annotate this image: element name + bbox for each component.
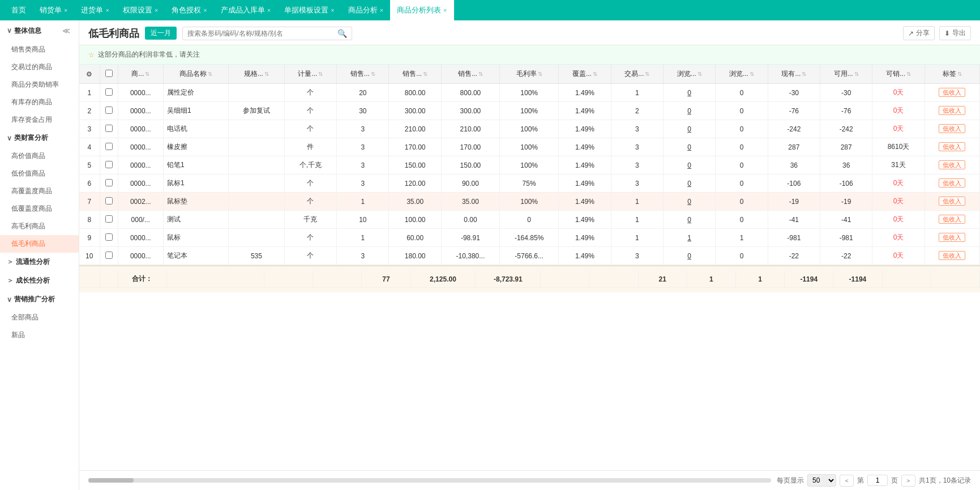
col-spec[interactable]: 规格...⇅ [229, 65, 285, 84]
views1-link[interactable]: 1 [687, 234, 691, 242]
col-name[interactable]: 商品名称⇅ [164, 65, 229, 84]
row-views1[interactable]: 0 [663, 102, 715, 120]
row-select-checkbox[interactable] [105, 125, 113, 132]
row-tag[interactable]: 低收入 [925, 102, 979, 120]
row-checkbox[interactable] [100, 138, 118, 156]
col-settings[interactable]: ⚙ [79, 65, 100, 84]
row-tag[interactable]: 低收入 [925, 174, 979, 193]
row-select-checkbox[interactable] [105, 215, 113, 223]
col-sales-count[interactable]: 销售...⇅ [337, 65, 389, 84]
row-tag[interactable]: 低收入 [925, 247, 979, 265]
nav-close-analysis-list[interactable]: × [443, 7, 447, 14]
sidebar-group-overall-info[interactable]: ∨ 整体信息 ≪ [0, 20, 79, 41]
nav-product-analysis[interactable]: 商品分析 × [341, 0, 390, 20]
nav-close-purchase-order[interactable]: × [105, 7, 109, 14]
tag-badge[interactable]: 低收入 [939, 178, 965, 188]
row-checkbox[interactable] [100, 84, 118, 102]
col-trade[interactable]: 交易...⇅ [611, 65, 663, 84]
row-checkbox[interactable] [100, 247, 118, 265]
tag-badge[interactable]: 低收入 [939, 106, 965, 115]
page-size-select[interactable]: 50 100 200 [807, 474, 836, 487]
row-checkbox[interactable] [100, 120, 118, 138]
share-button[interactable]: ↗ 分享 [903, 26, 935, 40]
nav-template-settings[interactable]: 单据模板设置 × [277, 0, 341, 20]
row-select-checkbox[interactable] [105, 233, 113, 241]
row-select-checkbox[interactable] [105, 179, 113, 186]
nav-close-template[interactable]: × [331, 7, 334, 14]
sidebar-item-low-value[interactable]: 低价值商品 [0, 165, 79, 182]
tag-badge[interactable]: 低收入 [939, 88, 965, 97]
row-checkbox[interactable] [100, 211, 118, 229]
views1-link[interactable]: 0 [687, 198, 691, 206]
sidebar-item-low-coverage[interactable]: 低覆盖度商品 [0, 200, 79, 218]
tag-badge[interactable]: 低收入 [939, 142, 965, 151]
sidebar-item-stock-goods[interactable]: 有库存的商品 [0, 93, 79, 111]
nav-close-role-auth[interactable]: × [203, 7, 207, 14]
sidebar-item-high-gross[interactable]: 高毛利商品 [0, 218, 79, 235]
row-select-checkbox[interactable] [105, 88, 113, 96]
row-tag[interactable]: 低收入 [925, 156, 979, 174]
sidebar-item-stock-capital[interactable]: 库存资金占用 [0, 111, 79, 129]
nav-close-sales-order[interactable]: × [64, 7, 67, 14]
views1-link[interactable]: 0 [687, 89, 691, 97]
sidebar-item-category-assist[interactable]: 商品分类助销率 [0, 76, 79, 93]
filter-recent-month-button[interactable]: 近一月 [145, 27, 177, 40]
row-views1[interactable]: 0 [663, 156, 715, 174]
sidebar-group-marketing[interactable]: ∨ 营销推广分析 [0, 290, 79, 309]
row-tag[interactable]: 低收入 [925, 138, 979, 156]
row-views1[interactable]: 0 [663, 84, 715, 102]
views1-link[interactable]: 0 [687, 216, 691, 224]
row-checkbox[interactable] [100, 156, 118, 174]
row-views1[interactable]: 0 [663, 193, 715, 211]
col-saleable[interactable]: 可销...⇅ [872, 65, 925, 84]
row-select-checkbox[interactable] [105, 143, 113, 150]
row-tag[interactable]: 低收入 [925, 120, 979, 138]
row-checkbox[interactable] [100, 193, 118, 211]
horizontal-scrollbar[interactable] [88, 478, 771, 483]
tag-badge[interactable]: 低收入 [939, 124, 965, 133]
col-available[interactable]: 可用...⇅ [820, 65, 872, 84]
views1-link[interactable]: 0 [687, 107, 691, 115]
nav-purchase-order[interactable]: 进货单 × [74, 0, 115, 20]
views1-link[interactable]: 0 [687, 125, 691, 133]
col-coverage[interactable]: 覆盖...⇅ [559, 65, 611, 84]
col-current-stock[interactable]: 现有...⇅ [768, 65, 820, 84]
tag-badge[interactable]: 低收入 [939, 160, 965, 169]
row-tag[interactable]: 低收入 [925, 211, 979, 229]
tag-badge[interactable]: 低收入 [939, 197, 965, 206]
nav-permission-settings[interactable]: 权限设置 × [116, 0, 165, 20]
sidebar-item-low-gross[interactable]: 低毛利商品 [0, 235, 79, 253]
nav-home[interactable]: 首页 [5, 0, 33, 20]
tag-badge[interactable]: 低收入 [939, 233, 965, 242]
tag-badge[interactable]: 低收入 [939, 251, 965, 260]
row-views1[interactable]: 0 [663, 247, 715, 265]
current-page-input[interactable] [867, 475, 888, 486]
nav-close-product-entry[interactable]: × [267, 7, 271, 14]
col-sales-amount[interactable]: 销售...⇅ [441, 65, 499, 84]
sidebar-item-sales-goods[interactable]: 销售类商品 [0, 41, 79, 58]
sidebar-group-growth[interactable]: ＞ 成长性分析 [0, 271, 79, 290]
row-views1[interactable]: 0 [663, 120, 715, 138]
row-checkbox[interactable] [100, 174, 118, 193]
select-all-checkbox[interactable] [105, 70, 113, 77]
col-code[interactable]: 商...⇅ [118, 65, 164, 84]
views1-link[interactable]: 0 [687, 143, 691, 151]
col-sales-price[interactable]: 销售...⇅ [389, 65, 441, 84]
row-checkbox[interactable] [100, 229, 118, 247]
sidebar-item-high-coverage[interactable]: 高覆盖度商品 [0, 182, 79, 200]
row-views1[interactable]: 0 [663, 174, 715, 193]
row-views1[interactable]: 0 [663, 211, 715, 229]
col-gross-margin[interactable]: 毛利率⇅ [500, 65, 559, 84]
sidebar-item-new-goods[interactable]: 新品 [0, 326, 79, 344]
sidebar-group-liquidity[interactable]: ＞ 流通性分析 [0, 253, 79, 271]
search-icon[interactable]: 🔍 [337, 29, 347, 38]
nav-role-auth[interactable]: 角色授权 × [165, 0, 213, 20]
search-input[interactable] [187, 29, 337, 37]
sidebar-collapse-btn[interactable]: ≪ [61, 25, 72, 36]
nav-product-analysis-list[interactable]: 商品分析列表 × [390, 0, 453, 20]
nav-close-permission[interactable]: × [155, 7, 158, 14]
row-select-checkbox[interactable] [105, 106, 113, 114]
row-select-checkbox[interactable] [105, 161, 113, 168]
sidebar-item-high-value[interactable]: 高价值商品 [0, 147, 79, 165]
views1-link[interactable]: 0 [687, 180, 691, 188]
